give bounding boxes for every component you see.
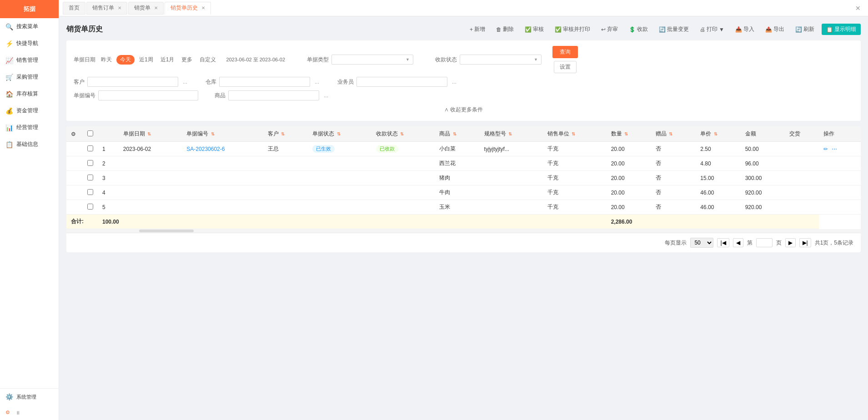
- th-qty[interactable]: 数量 ⇅: [607, 126, 651, 142]
- tab-sales-order[interactable]: 销售订单 ✕: [86, 2, 127, 15]
- show-detail-button[interactable]: 📋 显示明细: [822, 24, 861, 35]
- per-page-select[interactable]: 50 100: [690, 238, 713, 248]
- doc-type-select[interactable]: [331, 55, 413, 65]
- th-unit[interactable]: 销售单位 ⇅: [543, 126, 607, 142]
- settings-icon[interactable]: ⚙: [5, 410, 10, 415]
- tab-sales-history-close[interactable]: ✕: [201, 5, 205, 10]
- sort-gift-icon: ⇅: [669, 131, 672, 136]
- th-customer[interactable]: 客户 ⇅: [263, 126, 308, 142]
- sidebar-item-search-menu[interactable]: 🔍 搜索菜单: [0, 18, 59, 35]
- cell-doc-date: 2023-06-02: [119, 142, 182, 156]
- add-button[interactable]: + 新增: [466, 24, 489, 35]
- warehouse-dots[interactable]: ...: [313, 79, 321, 85]
- query-button[interactable]: 查询: [552, 46, 578, 58]
- sidebar-item-inventory-calc[interactable]: 🏠 库存核算: [0, 85, 59, 102]
- total-row: 合计: 100.00 2,286.00: [66, 215, 861, 229]
- shortcut-last1m[interactable]: 近1月: [158, 55, 177, 65]
- select-all-checkbox[interactable]: [87, 130, 93, 136]
- batch-change-button[interactable]: 🔄 批量变更: [655, 24, 692, 35]
- shortcut-custom[interactable]: 自定义: [197, 55, 219, 65]
- audit-button[interactable]: ✅ 审核: [521, 24, 547, 35]
- pause-icon[interactable]: ⏸: [15, 410, 20, 415]
- staff-dots[interactable]: ...: [450, 79, 458, 85]
- cell-goods: 小白菜: [435, 142, 479, 156]
- cell-goods: 西兰花: [435, 156, 479, 171]
- cell-spec: [480, 185, 543, 200]
- goods-dots[interactable]: ...: [322, 92, 330, 99]
- th-price[interactable]: 单价 ⇅: [696, 126, 740, 142]
- row-checkbox-5[interactable]: [87, 204, 93, 210]
- refresh-button[interactable]: 🔄 刷新: [792, 24, 818, 35]
- th-spec[interactable]: 规格型号 ⇅: [480, 126, 543, 142]
- filter-collapse[interactable]: ∧ 收起更多条件: [74, 104, 853, 115]
- doc-no-input[interactable]: [98, 90, 198, 100]
- row-checkbox-1[interactable]: [87, 145, 93, 151]
- th-doc-no[interactable]: 单据编号 ⇅: [182, 126, 263, 142]
- staff-input[interactable]: [356, 77, 447, 87]
- tab-sales-goods-label: 销货单: [134, 4, 151, 12]
- close-all-icon[interactable]: ✕: [852, 5, 864, 12]
- next-page-button[interactable]: ▶: [785, 238, 796, 247]
- import-button[interactable]: 📥 导入: [732, 24, 758, 35]
- cell-doc-no: SA-20230602-6: [182, 142, 263, 156]
- tab-sales-order-label: 销售订单: [92, 4, 114, 12]
- th-gift[interactable]: 赠品 ⇅: [651, 126, 696, 142]
- delete-button[interactable]: 🗑 删除: [492, 24, 517, 35]
- goods-input[interactable]: [228, 90, 319, 100]
- prev-page-button[interactable]: ◀: [733, 238, 743, 247]
- customer-label: 客户: [74, 78, 85, 86]
- tab-sales-order-close[interactable]: ✕: [118, 5, 121, 10]
- sidebar-item-quick-nav[interactable]: ⚡ 快捷导航: [0, 35, 59, 52]
- tab-sales-goods[interactable]: 销货单 ✕: [128, 2, 164, 15]
- action-more[interactable]: ⋯: [832, 146, 837, 152]
- customer-dots[interactable]: ...: [181, 79, 189, 85]
- payment-status-select-wrapper: [460, 55, 542, 65]
- print-button[interactable]: 🖨 打印 ▼: [696, 24, 728, 35]
- row-checkbox-2[interactable]: [87, 160, 93, 166]
- sidebar-item-system-mgmt[interactable]: ⚙️ 系统管理: [0, 389, 59, 405]
- collect-button[interactable]: 💲 收款: [625, 24, 652, 35]
- sidebar-item-basic-info[interactable]: 📋 基础信息: [0, 136, 59, 153]
- total-amount: 2,286.00: [611, 219, 632, 225]
- sidebar-item-finance-mgmt[interactable]: 💰 资金管理: [0, 102, 59, 119]
- shortcut-yesterday[interactable]: 昨天: [98, 55, 115, 65]
- cell-customer: [263, 185, 308, 200]
- action-edit[interactable]: ✏: [823, 146, 828, 152]
- shortcut-today[interactable]: 今天: [116, 55, 135, 65]
- warehouse-input[interactable]: [219, 77, 310, 87]
- total-label-cell: 合计:: [66, 215, 98, 229]
- payment-status-select[interactable]: [460, 55, 542, 65]
- row-checkbox-3[interactable]: [87, 175, 93, 180]
- th-goods[interactable]: 商品 ⇅: [435, 126, 479, 142]
- sidebar-item-sales-mgmt[interactable]: 📈 销售管理: [0, 52, 59, 69]
- filter-doc-type: 单据类型: [307, 55, 413, 65]
- cell-customer: 王总: [263, 142, 308, 156]
- cell-unit: 千克: [543, 156, 607, 171]
- table-scrollbar[interactable]: [66, 229, 861, 233]
- first-page-button[interactable]: |◀: [717, 238, 729, 247]
- last-page-button[interactable]: ▶|: [799, 238, 811, 247]
- cell-amount: 50.00: [741, 142, 785, 156]
- th-doc-status[interactable]: 单据状态 ⇅: [308, 126, 371, 142]
- th-settings[interactable]: ⚙: [66, 126, 83, 142]
- tab-sales-goods-close[interactable]: ✕: [154, 5, 158, 10]
- abandon-button[interactable]: ↩ 弃审: [597, 24, 622, 35]
- scrollbar-thumb[interactable]: [139, 230, 194, 232]
- sidebar-item-operation-mgmt[interactable]: 📊 经营管理: [0, 119, 59, 136]
- cell-trade: [785, 200, 819, 215]
- th-pay-status[interactable]: 收款状态 ⇅: [371, 126, 435, 142]
- tab-sales-history[interactable]: 销货单历史 ✕: [165, 2, 211, 15]
- page-input[interactable]: 1: [756, 238, 773, 247]
- sort-qty-icon: ⇅: [624, 131, 628, 136]
- customer-input[interactable]: [87, 77, 178, 87]
- tab-home[interactable]: 首页: [63, 2, 85, 15]
- row-checkbox-4[interactable]: [87, 189, 93, 195]
- th-doc-date[interactable]: 单据日期 ⇅: [119, 126, 182, 142]
- export-button[interactable]: 📤 导出: [762, 24, 788, 35]
- set-button[interactable]: 设置: [554, 61, 577, 73]
- sidebar-item-purchase-mgmt[interactable]: 🛒 采购管理: [0, 69, 59, 85]
- shortcut-last7[interactable]: 近1周: [136, 55, 156, 65]
- doc-no-link[interactable]: SA-20230602-6: [186, 146, 225, 152]
- shortcut-more[interactable]: 更多: [179, 55, 195, 65]
- audit-print-button[interactable]: ✅ 审核并打印: [551, 24, 594, 35]
